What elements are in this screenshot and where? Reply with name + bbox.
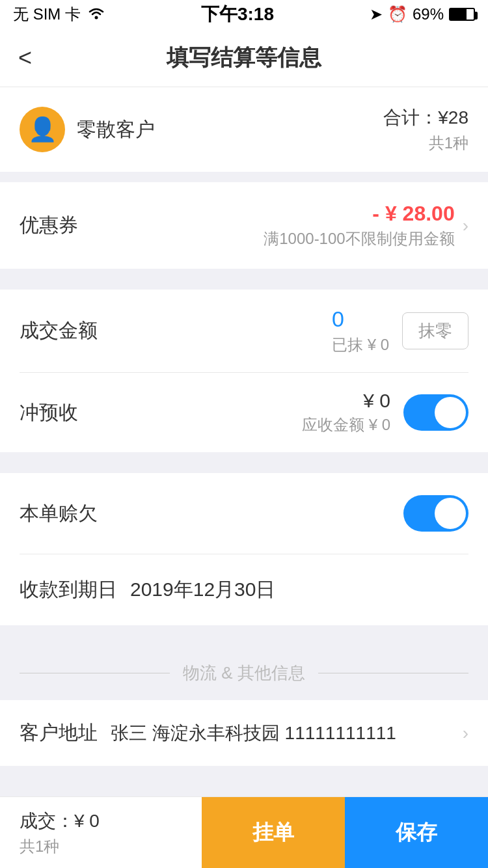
status-time: 下午3:18 — [201, 2, 274, 27]
customer-name: 零散客户 — [77, 116, 155, 143]
coupon-right: - ¥ 28.00 满1000-100不限制使用金额 › — [264, 202, 468, 249]
prepayment-right: ¥ 0 应收金额 ¥ 0 — [302, 390, 468, 435]
address-label: 客户地址 — [20, 720, 98, 746]
status-right: ➤ ⏰ 69% — [370, 5, 475, 23]
round-zero-button[interactable]: 抹零 — [402, 312, 468, 349]
battery-icon — [449, 8, 475, 21]
transaction-amount: 0 — [332, 306, 389, 332]
coupon-desc: 满1000-100不限制使用金额 — [264, 228, 454, 249]
location-icon: ➤ — [370, 5, 383, 23]
logistics-label: 物流 & 其他信息 — [170, 662, 318, 685]
address-row[interactable]: 客户地址 张三 海淀永丰科技园 11111111111 › — [0, 700, 488, 766]
prepayment-amount-block: ¥ 0 应收金额 ¥ 0 — [302, 390, 390, 435]
avatar-icon: 👤 — [28, 116, 57, 143]
wifi-icon — [87, 5, 105, 23]
section-sep-1 — [0, 279, 488, 290]
debit-toggle[interactable] — [403, 495, 468, 532]
prepayment-label: 冲预收 — [20, 400, 78, 426]
back-button[interactable]: < — [18, 44, 32, 72]
customer-avatar: 👤 — [20, 107, 65, 152]
address-value: 张三 海淀永丰科技园 11111111111 — [111, 721, 463, 746]
bottom-count: 共1种 — [20, 836, 182, 857]
page-title: 填写结算等信息 — [167, 43, 321, 73]
customer-left: 👤 零散客户 — [20, 107, 155, 152]
section-sep-2 — [0, 463, 488, 473]
prepayment-toggle[interactable] — [403, 394, 468, 431]
transaction-row: 成交金额 0 已抹 ¥ 0 抹零 — [0, 290, 488, 372]
status-left: 无 SIM 卡 — [13, 4, 105, 25]
logistics-section: 物流 & 其他信息 — [0, 646, 488, 700]
nav-bar: < 填写结算等信息 — [0, 29, 488, 87]
prepayment-sub: 应收金额 ¥ 0 — [302, 414, 390, 435]
transaction-label: 成交金额 — [20, 318, 98, 344]
svg-point-0 — [95, 16, 98, 20]
customer-right: 合计：¥28 共1种 — [383, 105, 468, 154]
debit-row: 本单赊欠 — [0, 473, 488, 554]
bottom-deal-value: ¥ 0 — [74, 811, 100, 831]
due-date-label: 收款到期日 — [20, 576, 117, 603]
due-date-row: 收款到期日 2019年12月30日 — [0, 554, 488, 625]
coupon-row[interactable]: 优惠券 - ¥ 28.00 满1000-100不限制使用金额 › — [0, 182, 488, 269]
customer-section: 👤 零散客户 合计：¥28 共1种 — [0, 87, 488, 172]
transaction-right: 0 已抹 ¥ 0 抹零 — [332, 306, 468, 355]
carrier-label: 无 SIM 卡 — [13, 4, 81, 25]
hold-button[interactable]: 挂单 — [202, 797, 345, 869]
address-chevron-icon: › — [463, 723, 468, 744]
debit-label: 本单赊欠 — [20, 500, 98, 527]
coupon-section: 优惠券 - ¥ 28.00 满1000-100不限制使用金额 › — [0, 182, 488, 269]
debit-section: 本单赊欠 收款到期日 2019年12月30日 — [0, 473, 488, 625]
customer-count: 共1种 — [383, 133, 468, 154]
logistics-line-left — [20, 673, 170, 673]
bottom-deal-label: 成交： — [20, 811, 74, 831]
bottom-bar: 成交：¥ 0 共1种 挂单 保存 — [0, 796, 488, 868]
debit-slider — [403, 495, 468, 532]
customer-row: 👤 零散客户 合计：¥28 共1种 — [0, 87, 488, 172]
alarm-icon: ⏰ — [388, 5, 407, 23]
coupon-value-block: - ¥ 28.00 满1000-100不限制使用金额 — [264, 202, 454, 249]
coupon-label: 优惠券 — [20, 212, 78, 239]
battery-label: 69% — [413, 5, 444, 23]
transaction-value-block: 0 已抹 ¥ 0 — [332, 306, 389, 355]
bottom-info: 成交：¥ 0 共1种 — [0, 809, 202, 857]
save-button[interactable]: 保存 — [345, 797, 488, 869]
transaction-sub: 已抹 ¥ 0 — [332, 334, 389, 355]
coupon-chevron-icon: › — [463, 215, 468, 236]
prepayment-slider — [403, 394, 468, 431]
bottom-deal-amount: 成交：¥ 0 — [20, 809, 182, 834]
transaction-section: 成交金额 0 已抹 ¥ 0 抹零 冲预收 ¥ 0 应收金额 ¥ 0 — [0, 290, 488, 452]
due-date-value: 2019年12月30日 — [130, 576, 275, 603]
address-section: 客户地址 张三 海淀永丰科技园 11111111111 › — [0, 700, 488, 766]
coupon-amount: - ¥ 28.00 — [264, 202, 454, 226]
logistics-line-right — [318, 673, 468, 673]
section-sep-3 — [0, 636, 488, 646]
customer-total: 合计：¥28 — [383, 105, 468, 130]
prepayment-amount: ¥ 0 — [302, 390, 390, 412]
prepayment-row: 冲预收 ¥ 0 应收金额 ¥ 0 — [0, 373, 488, 452]
content: 👤 零散客户 合计：¥28 共1种 优惠券 - ¥ 28.00 满1000-10… — [0, 87, 488, 854]
status-bar: 无 SIM 卡 下午3:18 ➤ ⏰ 69% — [0, 0, 488, 29]
